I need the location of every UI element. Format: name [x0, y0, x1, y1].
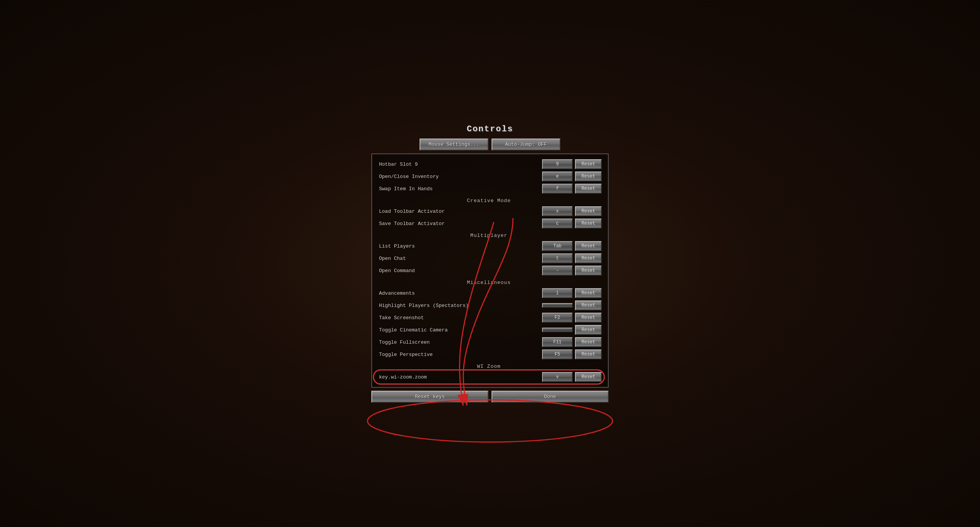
control-right: 9Reset: [542, 159, 602, 169]
control-right: cReset: [542, 219, 602, 228]
key-binding-button[interactable]: c: [542, 219, 573, 228]
control-label: Hotbar Slot 9: [376, 162, 542, 167]
control-right: Reset: [542, 325, 602, 335]
control-row: Swap Item In HandsfReset: [376, 183, 602, 195]
control-right: vReset: [542, 372, 602, 382]
control-right: TabReset: [542, 241, 602, 251]
section-header-miscellaneous: Miscellaneous: [376, 280, 602, 286]
control-label: Open Chat: [376, 256, 542, 261]
reset-binding-button[interactable]: Reset: [575, 253, 602, 263]
control-label: Swap Item In Hands: [376, 186, 542, 192]
reset-binding-button[interactable]: Reset: [575, 300, 602, 310]
key-binding-button[interactable]: -: [542, 266, 573, 276]
section-header-creative-mode: Creative Mode: [376, 198, 602, 204]
reset-binding-button[interactable]: Reset: [575, 206, 602, 216]
reset-binding-button[interactable]: Reset: [575, 337, 602, 347]
key-binding-button[interactable]: F5: [542, 349, 573, 359]
control-row: Toggle FullscreenF11Reset: [376, 336, 602, 348]
section-header-wi-zoom: WI Zoom: [376, 364, 602, 369]
control-label: Open Command: [376, 268, 542, 274]
control-row: Hotbar Slot 99Reset: [376, 158, 602, 170]
control-row: AdvancementslReset: [376, 287, 602, 299]
control-label: key.wi-zoom.zoom: [376, 374, 542, 380]
control-row: List PlayersTabReset: [376, 240, 602, 252]
reset-binding-button[interactable]: Reset: [575, 313, 602, 323]
control-label: Open/Close Inventory: [376, 174, 542, 179]
reset-binding-button[interactable]: Reset: [575, 241, 602, 251]
reset-binding-button[interactable]: Reset: [575, 184, 602, 194]
control-label: Advancements: [376, 290, 542, 296]
auto-jump-button[interactable]: Auto-Jump: OFF: [492, 139, 560, 150]
key-binding-button[interactable]: v: [542, 372, 573, 382]
control-row: Open ChattReset: [376, 252, 602, 264]
reset-binding-button[interactable]: Reset: [575, 349, 602, 359]
control-row: Save Toolbar ActivatorcReset: [376, 217, 602, 230]
page-title: Controls: [467, 124, 513, 134]
control-label: Toggle Fullscreen: [376, 339, 542, 345]
key-binding-button[interactable]: [542, 303, 573, 308]
wi-zoom-section: key.wi-zoom.zoomvReset: [376, 371, 602, 383]
key-binding-button[interactable]: F2: [542, 313, 573, 323]
reset-binding-button[interactable]: Reset: [575, 372, 602, 382]
controls-scroll-area[interactable]: Hotbar Slot 99ResetOpen/Close Inventorye…: [371, 153, 609, 388]
control-label: Take Screenshot: [376, 315, 542, 321]
reset-binding-button[interactable]: Reset: [575, 288, 602, 298]
reset-binding-button[interactable]: Reset: [575, 219, 602, 228]
key-binding-button[interactable]: l: [542, 288, 573, 298]
mouse-settings-button[interactable]: Mouse Settings...: [420, 139, 488, 150]
control-row: Highlight Players (Spectators)Reset: [376, 299, 602, 312]
control-right: fReset: [542, 184, 602, 194]
reset-binding-button[interactable]: Reset: [575, 266, 602, 276]
controls-panel: Controls Mouse Settings... Auto-Jump: OF…: [371, 124, 609, 403]
key-binding-button[interactable]: t: [542, 253, 573, 263]
reset-binding-button[interactable]: Reset: [575, 171, 602, 181]
control-label: List Players: [376, 243, 542, 249]
key-binding-button[interactable]: F11: [542, 337, 573, 347]
control-label: Toggle Perspective: [376, 352, 542, 357]
key-binding-button[interactable]: e: [542, 171, 573, 181]
control-label: Load Toolbar Activator: [376, 209, 542, 214]
control-right: eReset: [542, 171, 602, 181]
control-right: F2Reset: [542, 313, 602, 323]
control-row: Open Command-Reset: [376, 264, 602, 277]
control-right: xReset: [542, 206, 602, 216]
key-binding-button[interactable]: Tab: [542, 241, 573, 251]
control-right: F11Reset: [542, 337, 602, 347]
control-row: Load Toolbar ActivatorxReset: [376, 205, 602, 217]
control-right: tReset: [542, 253, 602, 263]
section-header-multiplayer: Multiplayer: [376, 233, 602, 238]
key-binding-button[interactable]: [542, 328, 573, 332]
top-buttons: Mouse Settings... Auto-Jump: OFF: [371, 139, 609, 150]
key-binding-button[interactable]: f: [542, 184, 573, 194]
control-row: Toggle PerspectiveF5Reset: [376, 348, 602, 361]
control-right: lReset: [542, 288, 602, 298]
reset-keys-button[interactable]: Reset keys: [371, 391, 488, 403]
control-row: Take ScreenshotF2Reset: [376, 312, 602, 324]
control-right: Reset: [542, 300, 602, 310]
key-binding-button[interactable]: x: [542, 206, 573, 216]
key-binding-button[interactable]: 9: [542, 159, 573, 169]
reset-binding-button[interactable]: Reset: [575, 159, 602, 169]
done-button[interactable]: Done: [492, 391, 609, 403]
control-row: Toggle Cinematic CameraReset: [376, 324, 602, 336]
bottom-buttons: Reset keys Done: [371, 391, 609, 403]
control-label: Toggle Cinematic Camera: [376, 327, 542, 333]
control-label: Save Toolbar Activator: [376, 221, 542, 227]
control-right: F5Reset: [542, 349, 602, 359]
control-row: key.wi-zoom.zoomvReset: [376, 371, 602, 383]
control-right: -Reset: [542, 266, 602, 276]
control-label: Highlight Players (Spectators): [376, 303, 542, 308]
reset-binding-button[interactable]: Reset: [575, 325, 602, 335]
control-row: Open/Close InventoryeReset: [376, 170, 602, 183]
